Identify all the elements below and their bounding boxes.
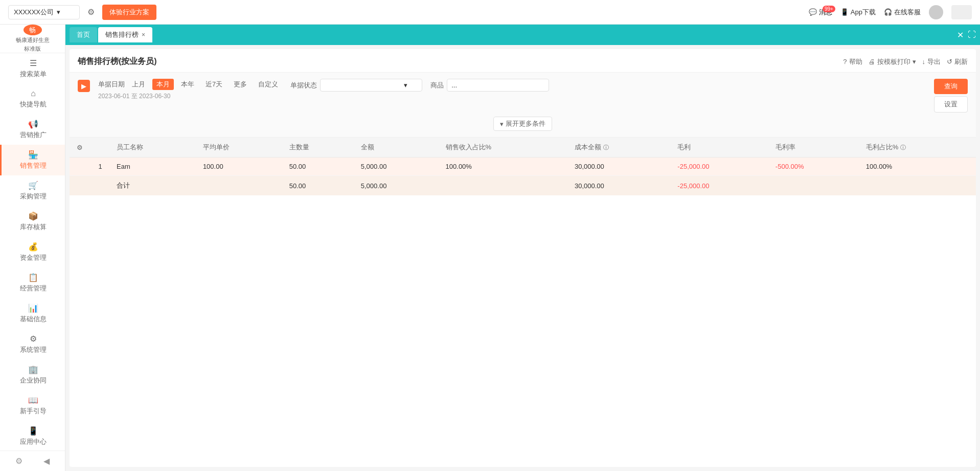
goods-filter-group: 商品 ...: [430, 79, 549, 92]
top-bar: XXXXXX公司 ▾ ⚙ 体验行业方案 💬 消息 99+ 📱 App下载 🎧 在…: [0, 0, 980, 25]
sidebar-item-finance[interactable]: 💰 资金管理: [0, 237, 65, 267]
table-footer-row: 合计 50.00 5,000.00 30,000.00 -25,000.00: [70, 176, 976, 196]
row-gross-rate: -500.00%: [769, 158, 860, 176]
app-download[interactable]: 📱 App下载: [840, 8, 876, 17]
date-option-more[interactable]: 更多: [230, 79, 251, 90]
col-cost-header: 成本全额 ⓘ: [568, 138, 671, 158]
company-selector[interactable]: XXXXXX公司 ▾: [8, 5, 80, 19]
date-option-custom[interactable]: 自定义: [254, 79, 282, 90]
date-option-this-month[interactable]: 本月: [152, 79, 174, 90]
table-row: 1 Eam 100.00 50.00 5,000.00 100.00% 30,0…: [70, 158, 976, 176]
date-options: 上月 本月 本年 近7天 更多 自定义: [128, 79, 282, 90]
tab-bar: 首页 销售排行榜 × ✕ ⛶: [65, 25, 980, 45]
page-header: 销售排行榜(按业务员) ? 帮助 🖨 按模板打印 ▾ ↓ 导出: [70, 49, 976, 73]
notification-icon: 💬: [809, 8, 817, 16]
app-center-icon: 📱: [28, 426, 38, 436]
sidebar-item-label: 系统管理: [20, 345, 47, 354]
basic-info-icon: 📊: [28, 303, 38, 313]
goods-select[interactable]: ...: [447, 79, 549, 92]
table-header-row: ⚙ 员工名称 平均单价 主数量 全额 销售收入占比% 成本全额 ⓘ 毛利 毛利率…: [70, 138, 976, 158]
sidebar-item-label: 新手引导: [20, 407, 47, 416]
sidebar-item-label: 基础信息: [20, 315, 47, 324]
top-bar-right: 💬 消息 99+ 📱 App下载 🎧 在线客服: [809, 5, 972, 19]
print-dropdown-icon: ▾: [913, 58, 916, 65]
status-label: 单据状态: [290, 81, 317, 90]
tab-home[interactable]: 首页: [70, 27, 97, 42]
row-amount: 5,000.00: [355, 158, 440, 176]
cost-info-icon[interactable]: ⓘ: [603, 144, 609, 150]
avatar[interactable]: [929, 5, 943, 19]
date-filter-label: 单据日期: [98, 80, 125, 89]
sidebar-item-label: 企业协同: [20, 376, 47, 385]
sidebar-item-label: 搜索菜单: [20, 70, 47, 79]
status-select[interactable]: ▾: [320, 79, 422, 92]
row-settings-col: [70, 158, 90, 176]
window-expand-icon[interactable]: ⛶: [968, 30, 976, 40]
sidebar-item-label: 快捷导航: [20, 100, 47, 109]
chevron-down-icon: ▾: [57, 8, 60, 16]
col-settings-header[interactable]: ⚙: [70, 138, 90, 158]
tab-close-icon[interactable]: ×: [142, 31, 145, 38]
sidebar-item-label: 资金管理: [20, 253, 47, 262]
sidebar-item-basic-info[interactable]: 📊 基础信息: [0, 298, 65, 329]
col-sales-pct-header: 销售收入占比%: [440, 138, 568, 158]
sidebar-bottom: ⚙ ◀: [0, 451, 65, 471]
sidebar-item-purchase[interactable]: 🛒 采购管理: [0, 175, 65, 206]
date-range-display: 2023-06-01 至 2023-06-30: [98, 92, 282, 101]
col-avg-price-header: 平均单价: [197, 138, 283, 158]
sidebar-item-enterprise[interactable]: 🏢 企业协同: [0, 360, 65, 390]
footer-main-qty: 50.00: [283, 176, 355, 196]
col-amount-header: 全额: [355, 138, 440, 158]
help-button[interactable]: ? 帮助: [843, 57, 862, 66]
expand-conditions-btn[interactable]: ▾ 展开更多条件: [493, 117, 552, 131]
sales-icon: 🏪: [28, 150, 38, 160]
sidebar-item-operations[interactable]: 📋 经营管理: [0, 267, 65, 298]
sidebar-edition: 标准版: [24, 45, 41, 53]
sidebar-item-quick-nav[interactable]: ⌂ 快捷导航: [0, 84, 65, 114]
filter-toggle-btn[interactable]: ▶: [78, 80, 90, 92]
col-gross-rate-header: 毛利率: [769, 138, 860, 158]
sidebar-item-guide[interactable]: 📖 新手引导: [0, 390, 65, 421]
footer-amount: 5,000.00: [355, 176, 440, 196]
col-name-header: 员工名称: [110, 138, 197, 158]
trial-button[interactable]: 体验行业方案: [102, 5, 156, 20]
date-option-this-year[interactable]: 本年: [177, 79, 198, 90]
window-close-icon[interactable]: ✕: [957, 30, 964, 40]
footer-gross: -25,000.00: [671, 176, 769, 196]
date-option-last-month[interactable]: 上月: [128, 79, 149, 90]
tab-sales-rank[interactable]: 销售排行榜 ×: [98, 27, 152, 42]
row-gross: -25,000.00: [671, 158, 769, 176]
collapse-icon[interactable]: ◀: [43, 456, 50, 466]
search-button[interactable]: 查询: [934, 79, 968, 94]
settings-icon-btn[interactable]: ⚙: [84, 5, 98, 19]
refresh-button[interactable]: ↺ 刷新: [947, 57, 968, 66]
operations-icon: 📋: [28, 273, 38, 282]
content-area: 首页 销售排行榜 × ✕ ⛶ 销售排行榜(按业务员) ? 帮助: [65, 25, 980, 471]
sidebar-item-inventory[interactable]: 📦 库存核算: [0, 206, 65, 237]
sidebar-item-sales[interactable]: 🏪 销售管理: [0, 145, 65, 175]
col-gross-header: 毛利: [671, 138, 769, 158]
refresh-icon: ↺: [947, 58, 952, 65]
sidebar-item-label: 营销推广: [20, 130, 47, 140]
row-cost: 30,000.00: [568, 158, 671, 176]
row-sales-pct: 100.00%: [440, 158, 568, 176]
sidebar-item-system[interactable]: ⚙ 系统管理: [0, 329, 65, 360]
export-button[interactable]: ↓ 导出: [922, 57, 941, 66]
sidebar-item-search[interactable]: ☰ 搜索菜单: [0, 53, 65, 84]
expand-icon: ▾: [500, 120, 504, 128]
headset-icon: 🎧: [884, 8, 892, 16]
status-filter-group: 单据状态 ▾: [290, 79, 422, 92]
date-option-7days[interactable]: 近7天: [201, 79, 226, 90]
online-service[interactable]: 🎧 在线客服: [884, 8, 921, 17]
company-name: XXXXXX公司: [14, 8, 54, 17]
sidebar: 畅 畅康通好生意 标准版 ☰ 搜索菜单 ⌂ 快捷导航 📢 营销推广 🏪 销售管理: [0, 25, 65, 471]
enterprise-icon: 🏢: [28, 365, 38, 374]
gross-pct-info-icon[interactable]: ⓘ: [900, 144, 906, 150]
print-button[interactable]: 🖨 按模板打印 ▾: [869, 57, 916, 66]
sidebar-item-app-center[interactable]: 📱 应用中心: [0, 421, 65, 451]
sidebar-item-marketing[interactable]: 📢 营销推广: [0, 114, 65, 145]
bottom-settings-icon[interactable]: ⚙: [15, 456, 22, 466]
notification-area[interactable]: 💬 消息 99+: [809, 8, 832, 17]
settings-small-button[interactable]: 设置: [934, 96, 968, 113]
logo-image: 畅: [24, 25, 42, 35]
